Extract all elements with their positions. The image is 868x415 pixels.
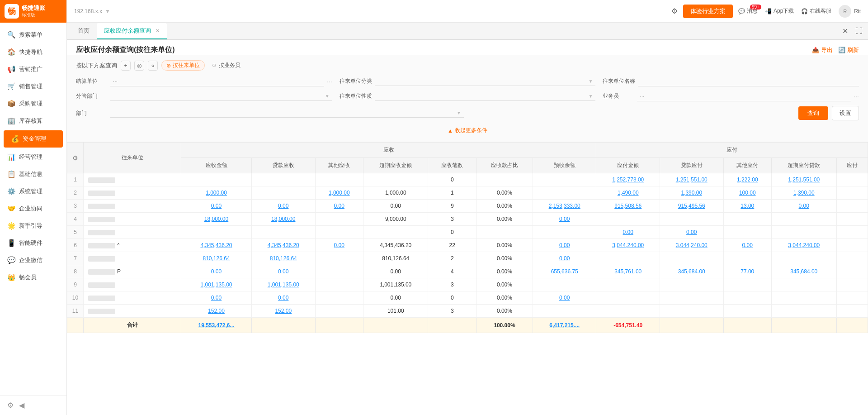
- app-download-button[interactable]: 📲 App下载: [765, 7, 794, 15]
- cell-loan-payable[interactable]: 0.00: [660, 226, 724, 239]
- sidebar-item-sales[interactable]: 🛒 销售管理: [0, 78, 66, 95]
- salesman-dots[interactable]: ···: [854, 93, 859, 100]
- sidebar-item-purchase[interactable]: 📦 采购管理: [0, 95, 66, 112]
- export-button[interactable]: 📤 导出: [812, 46, 833, 54]
- sidebar-item-member[interactable]: 👑 畅会员: [0, 269, 66, 286]
- cell-loan-payable[interactable]: 1,251,551.00: [660, 173, 724, 186]
- cell-advance-balance[interactable]: 0.00: [533, 291, 596, 305]
- cell-advance-balance[interactable]: 0.00: [533, 213, 596, 226]
- sidebar-item-wechat[interactable]: 💬 企业微信: [0, 252, 66, 269]
- cell-loan-receivable[interactable]: 18,000.00: [251, 213, 315, 226]
- page-container: 应收应付余额查询(按往来单位) 📤 导出 🔄 刷新 按以下方案查询 + ◎ «: [67, 40, 868, 415]
- settings-bottom-icon[interactable]: ⚙: [7, 401, 14, 410]
- cell-loan-receivable[interactable]: 4,345,436.20: [251, 239, 315, 252]
- cell-loan-payable[interactable]: 3,044,240.00: [660, 239, 724, 252]
- cell-advance-balance[interactable]: 2,153,333.00: [533, 200, 596, 213]
- cell-other-payable[interactable]: 0.00: [723, 239, 771, 252]
- tab-query[interactable]: 应收应付余额查询 ✕: [97, 23, 167, 39]
- tab-maximize-icon[interactable]: ⛶: [854, 25, 864, 37]
- cell-loan-receivable[interactable]: 0.00: [251, 200, 315, 213]
- collapse-label: 收起更多条件: [455, 127, 487, 134]
- sidebar-item-search[interactable]: 🔍 搜索菜单: [0, 26, 66, 43]
- cell-loan-receivable[interactable]: 1,001,135.00: [251, 278, 315, 291]
- cell-receivable-amount[interactable]: 4,345,436.20: [181, 239, 252, 252]
- cell-receivable-amount[interactable]: 0.00: [181, 265, 252, 278]
- tab-close-window-icon[interactable]: ✕: [840, 25, 850, 37]
- cell-loan-receivable[interactable]: 0.00: [251, 265, 315, 278]
- cell-loan-payable[interactable]: 345,684.00: [660, 265, 724, 278]
- cell-receivable-amount[interactable]: 18,000.00: [181, 213, 252, 226]
- user-info[interactable]: R Rit: [839, 5, 861, 18]
- filter-collapse-button[interactable]: ▲ 收起更多条件: [76, 125, 859, 136]
- refresh-button[interactable]: 🔄 刷新: [838, 46, 859, 54]
- sidebar-item-marketing[interactable]: 📢 营销推广: [0, 61, 66, 78]
- cell-receivable-amount[interactable]: 1,001,135.00: [181, 278, 252, 291]
- message-button[interactable]: 💬 消息 99+: [738, 7, 758, 15]
- cell-loan-receivable[interactable]: 152.00: [251, 305, 315, 318]
- cell-payable-amount[interactable]: 1,252,773.00: [596, 173, 660, 186]
- cell-other-receivable[interactable]: 0.00: [315, 239, 363, 252]
- settlement-unit-dots[interactable]: ···: [327, 78, 332, 85]
- cell-overdue-payable[interactable]: 1,390.00: [772, 186, 837, 200]
- cell-payable-amount[interactable]: 345,761.00: [596, 265, 660, 278]
- salesman-input[interactable]: [637, 91, 851, 101]
- cell-partner: [84, 226, 181, 239]
- cell-overdue-payable[interactable]: 0.00: [772, 200, 837, 213]
- cell-overdue-payable[interactable]: 1,251,551.00: [772, 173, 837, 186]
- cell-loan-payable[interactable]: 1,390.00: [660, 186, 724, 200]
- solution-button[interactable]: 体验行业方案: [683, 5, 733, 18]
- cell-other-payable[interactable]: 100.00: [723, 186, 771, 200]
- sidebar-item-operation[interactable]: 📊 经营管理: [0, 148, 66, 166]
- cell-receivable-amount[interactable]: 810,126.64: [181, 252, 252, 265]
- sidebar-item-inventory[interactable]: 🏢 库存核算: [0, 112, 66, 129]
- cell-advance-balance[interactable]: 0.00: [533, 239, 596, 252]
- cell-overdue-payable[interactable]: 345,684.00: [772, 265, 837, 278]
- filter-sub-scheme[interactable]: ⊙ 按业务员: [208, 61, 244, 70]
- settings-table-button[interactable]: 设置: [832, 106, 859, 120]
- sidebar-item-system[interactable]: ⚙️ 系统管理: [0, 183, 66, 200]
- partner-category-select[interactable]: ▼: [375, 77, 596, 86]
- filter-scheme-tag[interactable]: ⊕ 按往来单位: [161, 60, 205, 71]
- partner-name-input[interactable]: [638, 76, 859, 86]
- cell-other-receivable[interactable]: 1,000.00: [315, 186, 363, 200]
- collapse-sidebar-icon[interactable]: ◀: [19, 401, 24, 410]
- cell-loan-payable[interactable]: 915,495.56: [660, 200, 724, 213]
- dept-manager-select[interactable]: ▼: [110, 92, 332, 101]
- cell-other-payable: [723, 278, 771, 291]
- cell-payable-amount[interactable]: 1,490.00: [596, 186, 660, 200]
- filter-add-button[interactable]: +: [121, 61, 131, 71]
- cell-receivable-amount[interactable]: 0.00: [181, 200, 252, 213]
- cell-other-receivable[interactable]: 0.00: [315, 200, 363, 213]
- sidebar-item-enterprise[interactable]: 🤝 企业协同: [0, 200, 66, 217]
- sidebar-item-hardware[interactable]: 📱 智能硬件: [0, 234, 66, 252]
- cell-other-payable[interactable]: 1,222.00: [723, 173, 771, 186]
- sidebar-item-basic-info[interactable]: 📋 基础信息: [0, 166, 66, 183]
- table-settings-icon[interactable]: ⚙: [72, 154, 78, 162]
- query-button[interactable]: 查询: [798, 106, 828, 120]
- cell-other-payable[interactable]: 13.00: [723, 200, 771, 213]
- filter-collapse-button[interactable]: «: [148, 61, 158, 71]
- partner-nature-select[interactable]: ▼: [375, 92, 596, 101]
- cell-payable-amount[interactable]: 3,044,240.00: [596, 239, 660, 252]
- cell-advance-balance[interactable]: 0.00: [533, 252, 596, 265]
- cell-receivable-amount[interactable]: 1,000.00: [181, 186, 252, 200]
- sidebar-item-finance[interactable]: 💰 资金管理: [4, 130, 63, 148]
- tab-close-icon[interactable]: ✕: [156, 28, 160, 33]
- sidebar-item-quick-nav[interactable]: 🏠 快捷导航: [0, 43, 66, 61]
- cell-other-payable[interactable]: 77.00: [723, 265, 771, 278]
- cell-loan-receivable[interactable]: 810,126.64: [251, 252, 315, 265]
- cell-payable-amount[interactable]: 915,508.56: [596, 200, 660, 213]
- tab-home[interactable]: 首页: [71, 23, 97, 39]
- filter-settings-button[interactable]: ◎: [134, 61, 144, 71]
- cell-loan-receivable[interactable]: 0.00: [251, 291, 315, 305]
- topbar-gear-icon[interactable]: ⚙: [671, 7, 678, 15]
- online-service-button[interactable]: 🎧 在线客服: [801, 7, 831, 15]
- cell-receivable-amount[interactable]: 0.00: [181, 291, 252, 305]
- cell-receivable-amount[interactable]: 152.00: [181, 305, 252, 318]
- department-select[interactable]: ▼: [110, 109, 464, 118]
- cell-advance-balance[interactable]: 655,636.75: [533, 265, 596, 278]
- settlement-unit-input[interactable]: [110, 76, 324, 86]
- cell-payable-amount[interactable]: 0.00: [596, 226, 660, 239]
- sidebar-item-guide[interactable]: 🌟 新手引导: [0, 217, 66, 234]
- cell-overdue-payable[interactable]: 3,044,240.00: [772, 239, 837, 252]
